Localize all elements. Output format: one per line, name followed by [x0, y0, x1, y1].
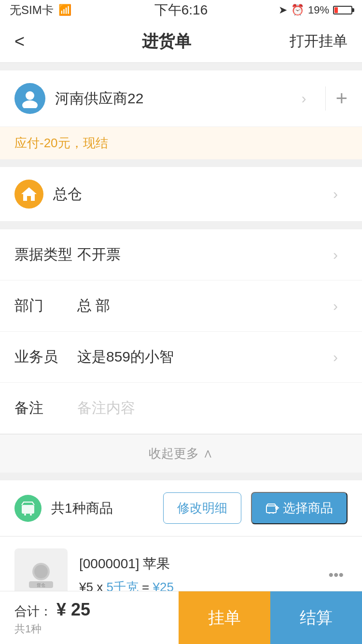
chevron-right-icon: ›	[301, 90, 306, 107]
svg-point-4	[24, 514, 26, 516]
warehouse-section[interactable]: 总仓 ›	[0, 167, 362, 222]
warehouse-name: 总仓	[53, 184, 333, 204]
form-row-salesperson[interactable]: 业务员 这是859的小智 ›	[0, 332, 362, 383]
product-name: [0000001] 苹果	[79, 555, 324, 573]
notice-text: 应付-20元，现结	[14, 136, 108, 150]
remark-placeholder: 备注内容	[77, 398, 348, 418]
hang-button[interactable]: 挂单	[179, 591, 270, 644]
svg-text:督仓: 督仓	[37, 583, 45, 588]
status-bar: 无SIM卡 📶 下午6:16 ➤ ⏰ 19%	[0, 0, 362, 20]
product-count-icon	[14, 495, 42, 522]
salesperson-label: 业务员	[14, 347, 77, 367]
invoice-label: 票据类型	[14, 245, 77, 265]
chevron-right-icon: ›	[333, 349, 338, 365]
product-count-text: 共1种商品	[51, 499, 153, 518]
page-title: 进货单	[142, 30, 191, 53]
select-product-button[interactable]: 选择商品	[251, 492, 348, 524]
status-bar-left: 无SIM卡 📶	[10, 2, 71, 18]
bottom-bar: 合计： ¥ 25 共1种 挂单 结算	[0, 591, 362, 644]
form-row-invoice[interactable]: 票据类型 不开票 ›	[0, 229, 362, 280]
wifi-icon: 📶	[58, 4, 71, 16]
total-sub: 共1种	[14, 622, 164, 636]
svg-rect-6	[266, 506, 276, 513]
alarm-icon: ⏰	[291, 4, 304, 16]
svg-rect-3	[22, 505, 34, 514]
status-bar-right: ➤ ⏰ 19%	[278, 4, 352, 16]
user-icon	[20, 89, 40, 108]
back-button[interactable]: <	[14, 31, 43, 52]
dept-label: 部门	[14, 296, 77, 316]
collapse-row[interactable]: 收起更多 ∧	[0, 434, 362, 473]
battery-icon	[333, 6, 352, 14]
chevron-right-icon: ›	[333, 298, 338, 314]
collapse-label: 收起更多 ∧	[149, 445, 213, 462]
divider	[325, 86, 326, 111]
status-bar-time: 下午6:16	[154, 1, 208, 19]
checkout-button[interactable]: 结算	[270, 591, 362, 644]
svg-point-5	[30, 514, 32, 516]
svg-point-0	[26, 91, 34, 100]
cart-icon	[20, 500, 36, 517]
product-info: [0000001] 苹果 ¥5 x 5千克 = ¥25	[79, 555, 324, 596]
supplier-section: 河南供应商22 › + 应付-20元，现结	[0, 70, 362, 159]
home-icon	[20, 185, 38, 203]
svg-marker-2	[21, 187, 37, 201]
edit-detail-button[interactable]: 修改明细	[163, 492, 241, 524]
carrier-text: 无SIM卡	[10, 2, 54, 18]
salesperson-value: 这是859的小智	[77, 347, 333, 367]
form-row-remark[interactable]: 备注 备注内容	[0, 383, 362, 434]
chevron-right-icon: ›	[333, 186, 338, 202]
form-section: 票据类型 不开票 › 部门 总 部 › 业务员 这是859的小智 › 备注 备注…	[0, 229, 362, 434]
warehouse-icon	[14, 180, 43, 209]
chevron-right-icon: ›	[333, 247, 338, 263]
add-supplier-button[interactable]: +	[335, 88, 348, 109]
svg-point-12	[34, 565, 48, 578]
supplier-name: 河南供应商22	[55, 89, 301, 109]
total-amount: 合计： ¥ 25	[14, 600, 164, 620]
bottom-total: 合计： ¥ 25 共1种	[0, 600, 179, 636]
dept-value: 总 部	[77, 296, 333, 316]
total-value: ¥ 25	[56, 600, 90, 619]
battery-text: 19%	[308, 4, 329, 16]
select-product-label: 选择商品	[283, 500, 333, 517]
supplier-row[interactable]: 河南供应商22 › +	[0, 70, 362, 127]
supplier-avatar	[14, 83, 45, 114]
location-icon: ➤	[278, 4, 287, 16]
open-hang-button[interactable]: 打开挂单	[290, 31, 348, 51]
nav-bar: < 进货单 打开挂单	[0, 20, 362, 63]
notice-bar: 应付-20元，现结	[0, 127, 362, 159]
cart-add-icon	[265, 503, 279, 514]
remark-label: 备注	[14, 398, 77, 418]
form-row-dept[interactable]: 部门 总 部 ›	[0, 280, 362, 332]
product-more-button[interactable]: •••	[324, 563, 348, 587]
product-image-placeholder: 督仓	[24, 558, 58, 592]
content: 河南供应商22 › + 应付-20元，现结 总仓 › 票据类型 不开票 › 部门…	[0, 70, 362, 644]
svg-point-1	[22, 100, 38, 108]
invoice-value: 不开票	[77, 245, 333, 265]
products-header: 共1种商品 修改明细 选择商品	[0, 480, 362, 536]
total-label: 合计：	[14, 604, 52, 618]
